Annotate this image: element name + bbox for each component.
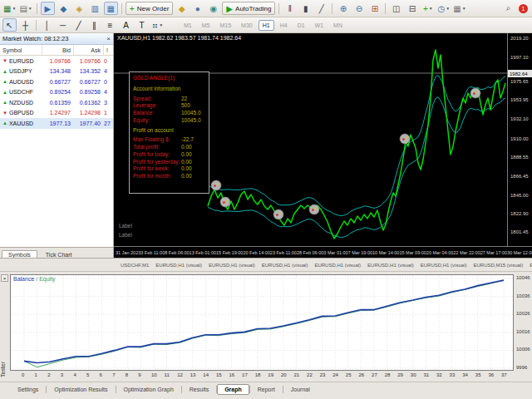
chart-tab[interactable]: EURUSD,H1 (visual) bbox=[364, 263, 417, 268]
timeframe-w1[interactable]: W1 bbox=[311, 20, 328, 31]
tester-tab-settings[interactable]: Settings bbox=[10, 384, 46, 395]
timeframe-mn[interactable]: MN bbox=[329, 20, 347, 31]
trade-marker-icon bbox=[470, 88, 480, 98]
search-button[interactable]: ⌕ bbox=[501, 2, 515, 15]
tile-windows-icon: ⊞ bbox=[372, 4, 378, 13]
new-chart-button[interactable]: ▦▼ bbox=[2, 2, 17, 15]
arrange-cascade-button[interactable]: ⊟ bbox=[405, 2, 419, 15]
chart-tab[interactable]: EURUSC bbox=[526, 263, 532, 268]
market-watch-button[interactable]: ▥ bbox=[88, 2, 102, 15]
cursor-button[interactable]: ↖ bbox=[2, 18, 17, 32]
autotrading-button-label: AutoTrading bbox=[235, 5, 271, 12]
time-axis-label: 10 Mar 14:00 bbox=[372, 250, 399, 255]
close-icon[interactable]: × bbox=[1, 274, 8, 282]
trend-up-icon: ▲ bbox=[2, 69, 7, 74]
chart-tab[interactable]: USDCHF,M1 bbox=[117, 263, 152, 268]
candlestick-button[interactable]: ▮ bbox=[298, 2, 313, 15]
tester-tab-results[interactable]: Results bbox=[182, 384, 216, 395]
timeframe-h1[interactable]: H1 bbox=[259, 20, 274, 31]
price-axis-label: 1845.00 bbox=[510, 193, 529, 198]
text-button[interactable]: A bbox=[119, 18, 133, 32]
tester-tab-optimization-graph[interactable]: Optimization Graph bbox=[116, 384, 181, 395]
tester-x-label: 6 bbox=[100, 372, 102, 377]
timeframe-m15[interactable]: M15 bbox=[215, 20, 235, 31]
chart-tab[interactable]: EURUSD,M15 (visual) bbox=[470, 263, 526, 268]
channel-button[interactable]: ∥ bbox=[87, 18, 101, 32]
notification-badge[interactable]: 1 bbox=[519, 4, 528, 13]
market-watch-row[interactable]: ▲USDCHF0.892540.892584 bbox=[0, 87, 113, 98]
crosshair-button[interactable]: ┼ bbox=[18, 18, 32, 32]
time-axis[interactable]: 31 Jan 20233 Feb 11:008 Feb 06:0013 Feb … bbox=[114, 246, 532, 258]
time-axis-label: 15 Mar 09:00 bbox=[399, 250, 426, 255]
market-watch-row[interactable]: ▲AUDUSD0.667270.667270 bbox=[0, 76, 113, 87]
tester-x-label: 20 bbox=[281, 372, 287, 377]
chart-tab[interactable]: EURUSD,H1 (visual) bbox=[205, 263, 259, 268]
arrange-tile-button[interactable]: ◫ bbox=[389, 2, 403, 15]
symbol-name: EURUSD bbox=[9, 58, 34, 64]
spread-cell: 3 bbox=[103, 100, 114, 106]
market-watch-row[interactable]: ▼EURUSD1.097661.097660 bbox=[0, 56, 113, 66]
tester-x-label: 11 bbox=[165, 372, 170, 377]
new-order-button[interactable]: +New Order bbox=[126, 2, 174, 15]
horizontal-line-button[interactable]: ─ bbox=[56, 18, 70, 32]
timeframe-m5[interactable]: M5 bbox=[198, 20, 214, 31]
timeframe-m30[interactable]: M30 bbox=[237, 20, 257, 31]
bars-icon: ‖ bbox=[288, 4, 292, 13]
column-spread[interactable]: ! bbox=[103, 45, 114, 55]
market-watch-row[interactable]: ▲XAUUSD1977.131977.4027 bbox=[0, 118, 113, 129]
chart-tab[interactable]: EURUSD,H1 (visual) bbox=[259, 263, 312, 268]
market-button[interactable]: ◉ bbox=[206, 2, 220, 15]
price-axis-label: 1888.55 bbox=[510, 155, 529, 160]
ask-cell: 1.24298 bbox=[73, 110, 103, 116]
column-bid[interactable]: Bid bbox=[42, 45, 73, 55]
timeframe-m1[interactable]: M1 bbox=[180, 20, 196, 31]
tester-tab-journal[interactable]: Journal bbox=[283, 384, 318, 395]
tester-tab-optimization-results[interactable]: Optimization Results bbox=[47, 384, 115, 395]
timeframe-h4[interactable]: H4 bbox=[276, 20, 292, 31]
expert-advisors-button[interactable]: ◆ bbox=[175, 2, 189, 15]
price-axis[interactable]: 2019.201997.101975.651953.951932.101910.… bbox=[507, 33, 532, 246]
market-watch-row[interactable]: ▼GBPUSD1.242971.242981 bbox=[0, 108, 113, 119]
tester-tab-report[interactable]: Report bbox=[250, 384, 283, 395]
shapes-button[interactable]: ⠶▼ bbox=[150, 18, 165, 32]
templates-button[interactable]: ▦▼ bbox=[452, 2, 466, 15]
column-symbol[interactable]: Symbol bbox=[0, 45, 42, 55]
fibonacci-button[interactable]: ≡ bbox=[103, 18, 117, 32]
trendline-button[interactable]: ╱ bbox=[71, 18, 86, 32]
tester-graph[interactable]: Balance / Equity bbox=[10, 274, 514, 371]
column-ask[interactable]: Ask bbox=[73, 45, 103, 55]
tester-y-label: 10006 bbox=[516, 347, 530, 352]
data-window-button[interactable]: ▦ bbox=[104, 2, 118, 15]
chart-tab[interactable]: EURUSD,H1 (visual) bbox=[417, 263, 470, 268]
spread-cell: 1 bbox=[103, 110, 114, 116]
timeframe-d1[interactable]: D1 bbox=[293, 20, 309, 31]
bar-chart-button[interactable]: ‖ bbox=[283, 2, 297, 15]
close-icon[interactable]: × bbox=[106, 36, 111, 42]
market-watch-row[interactable]: ▲NZDUSD0.613590.613623 bbox=[0, 97, 113, 108]
chart-tab[interactable]: EURUSD,H1 (visual) bbox=[311, 263, 364, 268]
periods-button[interactable]: ◷▼ bbox=[436, 2, 451, 15]
market-watch-titlebar: Market Watch: 08:12:23 × bbox=[0, 33, 113, 45]
new-order-button-label: New Order bbox=[137, 5, 170, 12]
symbol-name: USDCHF bbox=[9, 89, 33, 95]
symbol-name: USDJPY bbox=[9, 68, 32, 74]
indicators-button[interactable]: +▼ bbox=[421, 2, 435, 15]
zoom-out-button[interactable]: ⊖ bbox=[352, 2, 366, 15]
vertical-line-button[interactable]: │ bbox=[40, 18, 54, 32]
mql5-community-button[interactable]: ● bbox=[190, 2, 204, 15]
price-axis-label: 1801.45 bbox=[510, 229, 529, 234]
chart-window[interactable]: XAUUSD,H1 1982.62 1983.57 1981.74 1982.6… bbox=[114, 33, 532, 258]
autoscroll-button[interactable]: ▶ bbox=[41, 2, 55, 15]
tester-tab-graph[interactable]: Graph bbox=[217, 384, 249, 395]
market-watch-row[interactable]: ▲USDJPY134.348134.3524 bbox=[0, 66, 113, 77]
line-chart-button[interactable]: ╱ bbox=[314, 2, 328, 15]
profiles-button[interactable]: ▤▼ bbox=[18, 2, 32, 15]
symbol-cell: ▲USDJPY bbox=[0, 68, 42, 74]
chart-drag-button[interactable]: ◈ bbox=[72, 2, 86, 15]
tile-windows-button[interactable]: ⊞ bbox=[367, 2, 382, 15]
chart-tab[interactable]: EURUSD,H1 (visual) bbox=[152, 263, 205, 268]
chart-shift-button[interactable]: ◆ bbox=[57, 2, 71, 15]
text-label-button[interactable]: T bbox=[135, 18, 149, 32]
autotrading-button[interactable]: ▶AutoTrading bbox=[222, 2, 275, 15]
zoom-in-button[interactable]: ⊕ bbox=[336, 2, 350, 15]
